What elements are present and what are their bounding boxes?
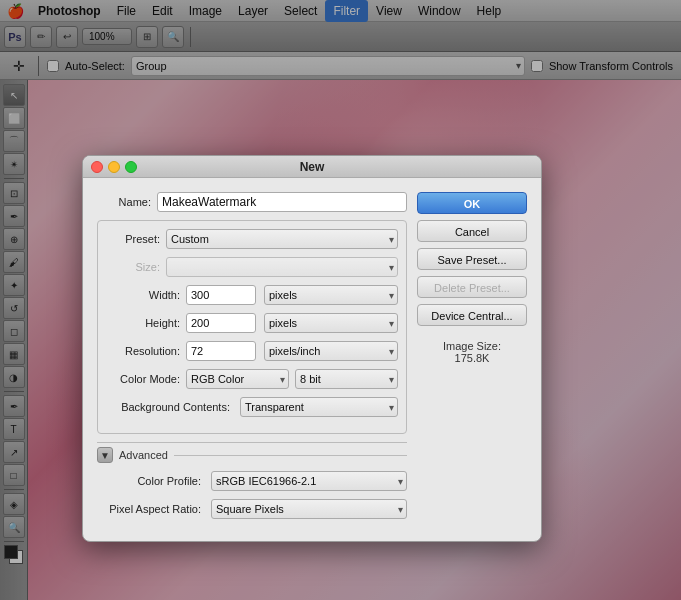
dialog-title: New	[300, 160, 325, 174]
dialog-titlebar: New	[83, 156, 541, 178]
traffic-lights	[91, 161, 137, 173]
resolution-label: Resolution:	[106, 345, 186, 357]
color-profile-label: Color Profile:	[97, 475, 207, 487]
dialog-body: Name: Preset: Custom Default Photoshop S…	[83, 178, 541, 541]
delete-preset-button[interactable]: Delete Preset...	[417, 276, 527, 298]
background-dropdown[interactable]: Transparent White Background Color	[240, 397, 398, 417]
close-button[interactable]	[91, 161, 103, 173]
color-profile-dropdown[interactable]: sRGB IEC61966-2.1 Adobe RGB ProPhoto RGB	[211, 471, 407, 491]
maximize-button[interactable]	[125, 161, 137, 173]
preset-select-wrapper[interactable]: Custom Default Photoshop Size US Paper I…	[166, 229, 398, 249]
width-row: Width: pixels inches cm mm percent	[106, 285, 398, 305]
preset-dropdown[interactable]: Custom Default Photoshop Size US Paper I…	[166, 229, 398, 249]
advanced-header: ▼ Advanced	[97, 447, 407, 463]
height-input[interactable]	[186, 313, 256, 333]
background-label: Background Contents:	[106, 401, 236, 413]
pixel-ratio-dropdown[interactable]: Square Pixels D1/DV NTSC (0.91) D1/DV PA…	[211, 499, 407, 519]
width-unit-dropdown[interactable]: pixels inches cm mm percent	[264, 285, 398, 305]
image-size-value: 175.8K	[417, 352, 527, 364]
minimize-button[interactable]	[108, 161, 120, 173]
color-profile-row: Color Profile: sRGB IEC61966-2.1 Adobe R…	[97, 471, 407, 491]
advanced-section: ▼ Advanced Color Profile: sRGB IEC61966-…	[97, 442, 407, 519]
height-unit-wrapper[interactable]: pixels inches cm mm percent	[264, 313, 398, 333]
name-label: Name:	[97, 196, 157, 208]
color-mode-row: Color Mode: RGB Color CMYK Color Graysca…	[106, 369, 398, 389]
size-dropdown[interactable]	[166, 257, 398, 277]
color-mode-dropdown[interactable]: RGB Color CMYK Color Grayscale Lab Color…	[186, 369, 289, 389]
cancel-button[interactable]: Cancel	[417, 220, 527, 242]
width-label: Width:	[106, 289, 186, 301]
preset-group: Preset: Custom Default Photoshop Size US…	[97, 220, 407, 434]
color-mode-wrapper[interactable]: RGB Color CMYK Color Grayscale Lab Color…	[186, 369, 289, 389]
dialog-form: Name: Preset: Custom Default Photoshop S…	[97, 192, 407, 527]
width-input[interactable]	[186, 285, 256, 305]
size-select-wrapper	[166, 257, 398, 277]
size-label: Size:	[106, 261, 166, 273]
pixel-ratio-row: Pixel Aspect Ratio: Square Pixels D1/DV …	[97, 499, 407, 519]
advanced-toggle-btn[interactable]: ▼	[97, 447, 113, 463]
resolution-unit-dropdown[interactable]: pixels/inch pixels/cm	[264, 341, 398, 361]
save-preset-button[interactable]: Save Preset...	[417, 248, 527, 270]
preset-label: Preset:	[106, 233, 166, 245]
preset-row: Preset: Custom Default Photoshop Size US…	[106, 229, 398, 249]
color-profile-wrapper[interactable]: sRGB IEC61966-2.1 Adobe RGB ProPhoto RGB	[211, 471, 407, 491]
name-input[interactable]	[157, 192, 407, 212]
bit-depth-dropdown[interactable]: 8 bit 16 bit 32 bit	[295, 369, 398, 389]
width-unit-wrapper[interactable]: pixels inches cm mm percent	[264, 285, 398, 305]
background-row: Background Contents: Transparent White B…	[106, 397, 398, 417]
height-row: Height: pixels inches cm mm percent	[106, 313, 398, 333]
ok-button[interactable]: OK	[417, 192, 527, 214]
pixel-ratio-label: Pixel Aspect Ratio:	[97, 503, 207, 515]
device-central-button[interactable]: Device Central...	[417, 304, 527, 326]
advanced-separator	[174, 455, 407, 456]
size-row: Size:	[106, 257, 398, 277]
bit-depth-wrapper[interactable]: 8 bit 16 bit 32 bit	[295, 369, 398, 389]
resolution-row: Resolution: pixels/inch pixels/cm	[106, 341, 398, 361]
image-size-section: Image Size: 175.8K	[417, 340, 527, 364]
color-mode-label: Color Mode:	[106, 373, 186, 385]
background-select-wrapper[interactable]: Transparent White Background Color	[240, 397, 398, 417]
pixel-ratio-wrapper[interactable]: Square Pixels D1/DV NTSC (0.91) D1/DV PA…	[211, 499, 407, 519]
advanced-label: Advanced	[119, 449, 168, 461]
dialog-buttons: OK Cancel Save Preset... Delete Preset..…	[417, 192, 527, 527]
resolution-unit-wrapper[interactable]: pixels/inch pixels/cm	[264, 341, 398, 361]
resolution-input[interactable]	[186, 341, 256, 361]
new-document-dialog: New Name: Preset: Custom Default Photosh	[82, 155, 542, 542]
height-label: Height:	[106, 317, 186, 329]
name-row: Name:	[97, 192, 407, 212]
image-size-label: Image Size:	[417, 340, 527, 352]
height-unit-dropdown[interactable]: pixels inches cm mm percent	[264, 313, 398, 333]
